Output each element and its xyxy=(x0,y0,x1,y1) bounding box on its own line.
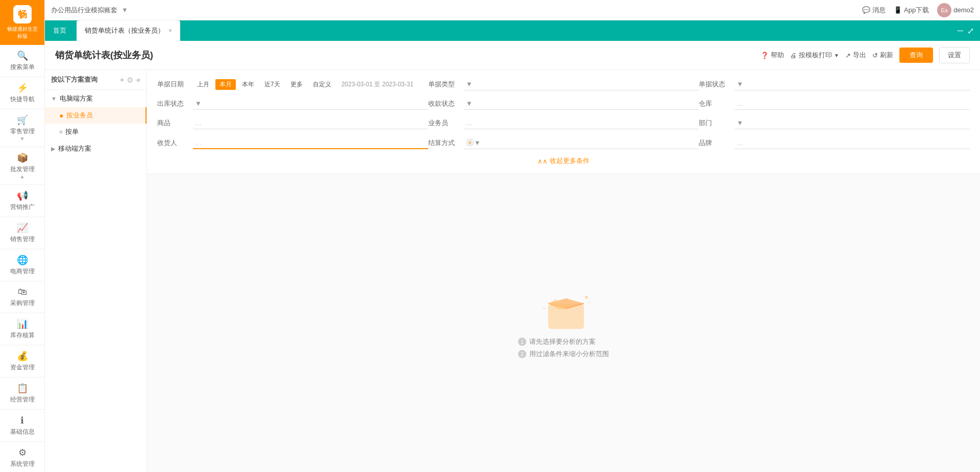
filter-group-brand: 品牌 … xyxy=(699,136,970,149)
status-dropdown-icon[interactable]: ▼ xyxy=(737,80,743,88)
receiver-field[interactable]: … xyxy=(193,136,428,149)
sidebar-item-retail[interactable]: 🛒 零售管理 ▼ xyxy=(0,109,44,147)
tab-maximize-icon[interactable]: ⤢ xyxy=(967,26,974,36)
query-btn[interactable]: 查询 xyxy=(899,48,933,63)
out-status-dropdown-icon[interactable]: ▼ xyxy=(195,100,202,107)
out-status-field[interactable]: ▼ xyxy=(193,98,428,110)
help-btn[interactable]: ❓ 帮助 xyxy=(761,51,784,60)
sales-icon: 📈 xyxy=(17,222,28,233)
tree-desktop-scheme[interactable]: ▼ 电脑端方案 xyxy=(45,90,146,107)
sidebar-item-finance[interactable]: 💰 资金管理 xyxy=(0,345,44,377)
sidebar-item-system[interactable]: ⚙ 系统管理 xyxy=(0,442,44,472)
date-tab-7days[interactable]: 近7天 xyxy=(260,79,284,90)
dept-field[interactable]: ▼ xyxy=(734,117,970,129)
type-label: 单据类型 xyxy=(428,80,464,89)
date-tab-custom[interactable]: 自定义 xyxy=(309,79,335,90)
export-btn[interactable]: ↗ 导出 xyxy=(845,51,866,60)
filter-row-3: 商品 … 业务员 … xyxy=(157,117,970,129)
page-header: 销货单统计表(按业务员) ❓ 帮助 🖨 按模板打印 ▼ ↗ 导出 ↺ 刷新 xyxy=(45,41,980,70)
settle-field[interactable]: × ▼ xyxy=(464,136,699,149)
status-field[interactable]: ▼ xyxy=(734,78,970,90)
topbar: 办公用品行业模拟账套 ▼ 💬 消息 📱 App下载 Ea demo2 xyxy=(45,0,980,20)
export-icon: ↗ xyxy=(845,52,851,59)
svg-point-7 xyxy=(543,308,545,310)
sidebar-item-purchase[interactable]: 🛍 采购管理 xyxy=(0,281,44,313)
sidebar-item-management[interactable]: 📋 经营管理 xyxy=(0,377,44,410)
dept-dropdown-icon[interactable]: ▼ xyxy=(737,119,743,127)
refresh-btn[interactable]: ↺ 刷新 xyxy=(872,51,893,60)
collapse-btn[interactable]: ∧∧ 收起更多条件 xyxy=(157,156,970,166)
topbar-left: 办公用品行业模拟账套 ▼ xyxy=(51,6,128,15)
search-icon: 🔍 xyxy=(17,50,28,61)
app-download-btn[interactable]: 📱 App下载 xyxy=(894,6,929,15)
app-logo[interactable]: 畅 畅捷通好生意 标版 xyxy=(0,0,44,45)
sidebar-item-search[interactable]: 🔍 搜索菜单 xyxy=(0,45,44,77)
sidebar-item-wholesale[interactable]: 📦 批发管理 ▲ xyxy=(0,147,44,185)
sidebar-item-inventory[interactable]: 📊 库存核算 xyxy=(0,313,44,345)
tab-home[interactable]: 首页 xyxy=(45,20,75,41)
app-name: 畅捷通好生意 xyxy=(7,26,38,33)
topbar-right: 💬 消息 📱 App下载 Ea demo2 xyxy=(862,3,974,17)
svg-point-6 xyxy=(588,301,590,303)
settings-btn[interactable]: 设置 xyxy=(939,47,970,63)
salesman-field[interactable]: … xyxy=(464,117,699,129)
warehouse-field[interactable]: … xyxy=(734,98,970,110)
sidebar-item-ecommerce[interactable]: 🌐 电商管理 xyxy=(0,249,44,281)
tree-item-by-order[interactable]: ≡ 按单 xyxy=(45,124,146,140)
tree-item-by-salesman[interactable]: ● 按业务员 xyxy=(45,107,146,124)
tab-sales-report[interactable]: 销货单统计表（按业务员） × xyxy=(77,20,180,41)
date-tab-last-month[interactable]: 上月 xyxy=(193,79,213,90)
type-field[interactable]: ▼ xyxy=(464,78,699,90)
pay-status-label: 收款状态 xyxy=(428,99,464,108)
settle-dropdown-icon[interactable]: ▼ xyxy=(474,139,481,147)
collapse-panel-btn[interactable]: « xyxy=(136,76,140,84)
filter-group-receiver: 收货人 … xyxy=(157,136,428,149)
tabbar: 首页 销货单统计表（按业务员） × ─ ⤢ xyxy=(45,20,980,41)
settle-label: 结算方式 xyxy=(428,138,464,148)
page-title: 销货单统计表(按业务员) xyxy=(55,49,153,61)
filter-group-out-status: 出库状态 ▼ xyxy=(157,98,428,110)
data-area: 1 请先选择要分析的方案 2 用过滤条件来缩小分析范围 xyxy=(147,174,980,472)
brand-label: 品牌 xyxy=(699,138,734,148)
copy-scheme-btn[interactable]: ⊙ xyxy=(127,76,133,84)
pay-status-dropdown-icon[interactable]: ▼ xyxy=(466,100,473,107)
brand-control: … xyxy=(734,137,970,149)
type-control: ▼ xyxy=(464,78,699,90)
tab-actions: ─ ⤢ xyxy=(958,26,980,36)
type-dropdown-icon[interactable]: ▼ xyxy=(466,80,473,88)
user-menu[interactable]: Ea demo2 xyxy=(937,3,974,17)
empty-state: 1 请先选择要分析的方案 2 用过滤条件来缩小分析范围 xyxy=(518,288,609,359)
dept-control: ▼ xyxy=(734,117,970,129)
date-tab-this-month[interactable]: 本月 xyxy=(215,79,236,90)
print-btn[interactable]: 🖨 按模板打印 ▼ xyxy=(790,51,839,60)
filter-group-warehouse: 仓库 … xyxy=(699,98,970,110)
message-btn[interactable]: 💬 消息 xyxy=(862,6,886,15)
content-layout: 按以下方案查询 + ⊙ « ▼ 电脑端方案 ● 按业务员 xyxy=(45,70,980,472)
main-area: 办公用品行业模拟账套 ▼ 💬 消息 📱 App下载 Ea demo2 首页 xyxy=(45,0,980,472)
empty-illustration xyxy=(538,288,589,329)
goods-field[interactable]: … xyxy=(193,117,428,129)
brand-field[interactable]: … xyxy=(734,137,970,149)
tab-minimize-icon[interactable]: ─ xyxy=(958,26,963,35)
marketing-icon: 📢 xyxy=(17,190,28,201)
sidebar-item-basic-info[interactable]: ℹ 基础信息 xyxy=(0,410,44,442)
settle-control: × ▼ xyxy=(464,136,699,149)
add-scheme-btn[interactable]: + xyxy=(120,76,124,84)
sidebar-item-marketing[interactable]: 📢 营销推广 xyxy=(0,185,44,217)
date-range-display: 2023-03-01 至 2023-03-31 xyxy=(341,80,413,89)
tree-mobile-scheme[interactable]: ▶ 移动端方案 xyxy=(45,140,146,157)
industry-dropdown-icon[interactable]: ▼ xyxy=(121,6,128,14)
filter-group-settle: 结算方式 × ▼ xyxy=(428,136,699,149)
date-tab-more[interactable]: 更多 xyxy=(286,79,307,90)
salesman-label: 业务员 xyxy=(428,119,464,128)
settle-clear-btn[interactable]: × xyxy=(466,138,474,147)
sidebar-item-sales[interactable]: 📈 销售管理 xyxy=(0,217,44,249)
left-panel: 按以下方案查询 + ⊙ « ▼ 电脑端方案 ● 按业务员 xyxy=(45,70,147,472)
pay-status-field[interactable]: ▼ xyxy=(464,98,699,110)
collapse-up-icon: ∧∧ xyxy=(537,157,548,165)
status-control: ▼ xyxy=(734,78,970,90)
hint-num-1: 1 xyxy=(518,338,526,346)
tab-close-icon[interactable]: × xyxy=(168,27,172,34)
sidebar-item-shortcut[interactable]: ⚡ 快捷导航 xyxy=(0,77,44,109)
date-tab-this-year[interactable]: 本年 xyxy=(238,79,258,90)
